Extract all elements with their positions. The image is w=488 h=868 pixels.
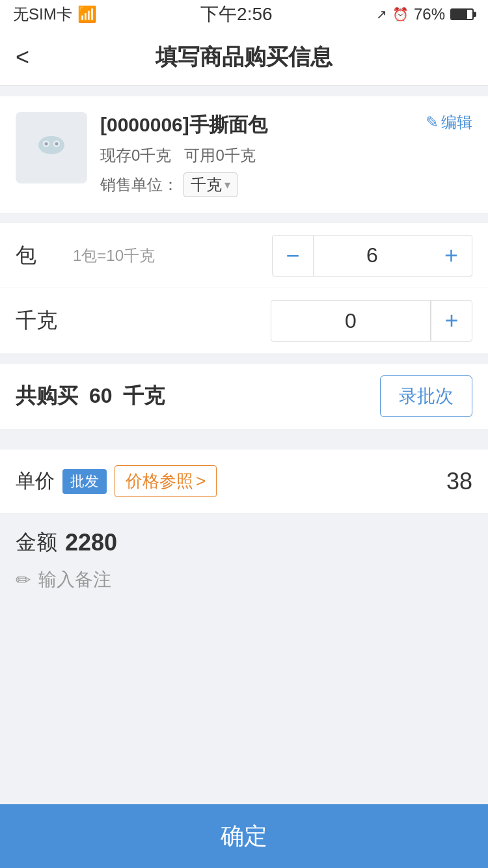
- price-ref-arrow-icon: >: [196, 471, 206, 491]
- price-ref-button[interactable]: 价格参照 >: [115, 465, 217, 497]
- location-icon: ↗: [376, 7, 387, 22]
- battery-percent: 76%: [414, 5, 445, 23]
- product-info: [0000006]手撕面包 现存0千克 可用0千克 销售单位： 千克 ▾: [100, 112, 472, 197]
- bag-label: 包: [16, 241, 68, 270]
- svg-point-3: [45, 142, 48, 146]
- bag-input-row: 包 1包=10千克 − +: [0, 223, 488, 288]
- bag-quantity-input[interactable]: [314, 235, 431, 277]
- back-button[interactable]: <: [16, 44, 29, 71]
- pencil-icon: ✏: [16, 569, 31, 591]
- price-section: 单价 批发 价格参照 > 38: [0, 450, 488, 513]
- wifi-icon: 📶: [77, 5, 97, 23]
- product-unit-row: 销售单位： 千克 ▾: [100, 172, 472, 197]
- status-time: 下午2:56: [200, 2, 273, 27]
- svg-point-0: [38, 136, 64, 154]
- bottom-space: [0, 603, 488, 824]
- amount-value: 2280: [65, 529, 117, 556]
- alarm-icon: ⏰: [392, 7, 409, 22]
- unit-select[interactable]: 千克 ▾: [183, 172, 237, 197]
- kg-controls: +: [271, 300, 472, 342]
- amount-label: 金额: [16, 528, 57, 557]
- batch-button[interactable]: 录批次: [380, 375, 472, 417]
- bag-minus-button[interactable]: −: [272, 235, 314, 277]
- nav-bar: < 填写商品购买信息: [0, 29, 488, 86]
- price-value: 38: [446, 468, 472, 495]
- edit-button[interactable]: ✎ 编辑: [426, 112, 472, 133]
- price-type-badge: 批发: [62, 469, 107, 494]
- total-row: 共购买 60 千克 录批次: [0, 364, 488, 429]
- remark-label: 输入备注: [38, 567, 111, 592]
- status-right: ↗ ⏰ 76%: [376, 5, 475, 23]
- bag-controls: − +: [272, 235, 472, 277]
- kg-plus-button[interactable]: +: [431, 300, 472, 342]
- input-section: 包 1包=10千克 − + 千克 +: [0, 223, 488, 353]
- status-bar: 无SIM卡 📶 下午2:56 ↗ ⏰ 76%: [0, 0, 488, 29]
- total-text: 共购买 60 千克: [16, 382, 380, 411]
- price-row: 单价 批发 价格参照 > 38: [16, 465, 472, 497]
- product-name: [0000006]手撕面包: [100, 112, 472, 139]
- svg-point-4: [55, 142, 59, 146]
- status-left: 无SIM卡 📶: [13, 4, 97, 25]
- bag-hint: 1包=10千克: [73, 245, 272, 266]
- kg-quantity-input[interactable]: [271, 300, 431, 342]
- amount-row: 金额 2280: [16, 528, 472, 557]
- remark-row[interactable]: ✏ 输入备注: [16, 567, 472, 592]
- carrier-label: 无SIM卡: [13, 4, 72, 25]
- page-title: 填写商品购买信息: [156, 42, 332, 72]
- product-stock: 现存0千克 可用0千克: [100, 145, 472, 166]
- edit-icon: ✎: [426, 113, 439, 131]
- price-label: 单价: [16, 468, 55, 495]
- amount-section: 金额 2280 ✏ 输入备注: [0, 513, 488, 603]
- bag-plus-button[interactable]: +: [431, 235, 472, 277]
- product-card: [0000006]手撕面包 现存0千克 可用0千克 销售单位： 千克 ▾ ✎ 编…: [0, 96, 488, 213]
- kg-label: 千克: [16, 306, 68, 335]
- unit-arrow-icon: ▾: [224, 178, 230, 192]
- product-image: [16, 112, 87, 183]
- separator-1: [0, 429, 488, 439]
- kg-input-row: 千克 +: [0, 288, 488, 353]
- product-logo-icon: [32, 128, 71, 167]
- battery-icon: [450, 8, 475, 20]
- confirm-button[interactable]: 确定: [0, 804, 488, 868]
